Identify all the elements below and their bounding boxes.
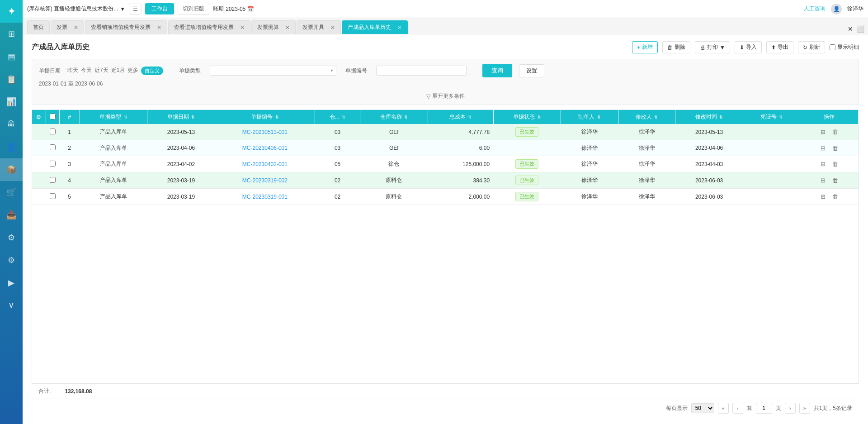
sidebar-item-payable[interactable]: ⚙	[0, 226, 23, 249]
col-warehouse-code[interactable]: 仓... ⇅	[315, 110, 360, 124]
old-version-button[interactable]: 切到旧版	[178, 3, 209, 15]
sidebar-item-settings[interactable]: ⚙	[0, 249, 23, 272]
calendar-icon[interactable]: 📅	[247, 6, 254, 12]
tab-home[interactable]: 首页	[27, 20, 50, 34]
sidebar-item-tax[interactable]: 📋	[0, 68, 23, 91]
col-warehouse-name[interactable]: 仓库名称 ⇅	[360, 110, 428, 124]
cell-number[interactable]: MC-20230319-001	[215, 189, 315, 205]
tab-invoice[interactable]: 发票 ✕	[51, 20, 84, 34]
assets-icon: 🏛	[7, 120, 15, 129]
delete-btn-4[interactable]: 🗑	[831, 192, 840, 201]
tab-check-sale[interactable]: 查看销项增值税专用发票 ✕	[85, 20, 167, 34]
app-logo[interactable]: ✦	[0, 0, 23, 23]
select-all-checkbox[interactable]	[50, 114, 56, 119]
user-name[interactable]: 徐泽华	[847, 5, 863, 13]
cell-modify-time: 2023-04-06	[675, 140, 743, 156]
tab-check-purchase-close[interactable]: ✕	[240, 24, 245, 31]
page-number-input[interactable]	[756, 403, 772, 414]
delete-btn-1[interactable]: 🗑	[831, 143, 840, 152]
edit-btn-4[interactable]: ⊞	[819, 192, 828, 201]
cell-number[interactable]: MC-20230513-001	[215, 124, 315, 140]
col-creator[interactable]: 制单人 ⇅	[561, 110, 618, 124]
edit-btn-1[interactable]: ⊞	[819, 143, 828, 152]
page-first-btn[interactable]: «	[718, 403, 729, 414]
date-custom[interactable]: 自定义	[141, 67, 163, 75]
show-detail-input[interactable]	[830, 44, 835, 50]
delete-btn-3[interactable]: 🗑	[831, 176, 840, 185]
date-1month[interactable]: 近1月	[111, 67, 125, 75]
refresh-button[interactable]: ↻ 刷新	[798, 41, 825, 53]
sidebar-item-media[interactable]: ▶	[0, 272, 23, 294]
tab-check-purchase[interactable]: 查看进项增值税专用发票 ✕	[168, 20, 250, 34]
cell-warehouse-code: 02	[315, 172, 360, 189]
delete-button[interactable]: 🗑 删除	[662, 41, 690, 53]
page-next-btn[interactable]: ›	[785, 403, 796, 414]
tab-product-history-close[interactable]: ✕	[397, 24, 402, 31]
page-size-select[interactable]: 50 20 100	[691, 403, 714, 413]
col-status[interactable]: 单据状态 ⇅	[493, 110, 561, 124]
row-checkbox-2[interactable]	[50, 161, 56, 167]
export-button[interactable]: ⬆ 导出	[766, 41, 793, 53]
col-modify-time[interactable]: 修改时间 ⇅	[675, 110, 743, 124]
tab-invoice-calc-close[interactable]: ✕	[285, 24, 290, 31]
row-checkbox-0[interactable]	[50, 129, 56, 134]
col-voucher[interactable]: 凭证号 ⇅	[743, 110, 800, 124]
row-checkbox-3[interactable]	[50, 177, 56, 183]
sidebar-item-receivable[interactable]: 📥	[0, 204, 23, 226]
expand-more-btn[interactable]: ▽ 展开更多条件	[39, 91, 852, 100]
edit-btn-3[interactable]: ⊞	[819, 176, 828, 185]
support-btn[interactable]: 人工咨询	[804, 5, 826, 13]
sidebar-item-version[interactable]: V	[0, 294, 23, 317]
import-button[interactable]: ⬇ 导入	[735, 41, 762, 53]
sidebar-item-home[interactable]: ⊞	[0, 23, 23, 45]
sidebar-item-inventory[interactable]: 📦	[0, 158, 23, 181]
new-button[interactable]: + 新增	[632, 41, 658, 53]
number-input[interactable]	[376, 66, 467, 76]
cell-number[interactable]: MC-20230406-001	[215, 140, 315, 156]
tab-close-all[interactable]: ✕	[848, 25, 853, 33]
col-date[interactable]: 单据日期 ⇅	[147, 110, 215, 124]
col-number[interactable]: 单据编号 ⇅	[215, 110, 315, 124]
sidebar-item-assets[interactable]: 🏛	[0, 113, 23, 136]
filter-settings-button[interactable]: 设置	[519, 64, 544, 77]
cell-number[interactable]: MC-20230319-002	[215, 172, 315, 189]
col-settings[interactable]: ⚙	[32, 110, 46, 124]
edit-btn-2[interactable]: ⊞	[819, 160, 828, 169]
cell-number[interactable]: MC-20230402-001	[215, 156, 315, 172]
company-dropdown-icon[interactable]: ▼	[120, 6, 125, 12]
date-7days[interactable]: 近7天	[94, 67, 108, 75]
query-button[interactable]: 查询	[482, 64, 512, 77]
type-select[interactable]	[210, 66, 336, 76]
col-type[interactable]: 单据类型 ⇅	[80, 110, 147, 124]
page-prev-btn[interactable]: ‹	[732, 403, 743, 414]
page-last-btn[interactable]: »	[799, 403, 810, 414]
tab-invoice-open[interactable]: 发票开具 ✕	[297, 20, 341, 34]
cell-settings	[32, 140, 46, 156]
print-button[interactable]: 🖨 打印 ▼	[695, 41, 730, 53]
row-checkbox-1[interactable]	[50, 144, 56, 150]
sidebar-item-purchase[interactable]: 🛒	[0, 181, 23, 204]
col-modifier[interactable]: 修改人 ⇅	[618, 110, 675, 124]
tab-invoice-open-close[interactable]: ✕	[330, 24, 335, 31]
date-more[interactable]: 更多	[127, 67, 138, 75]
delete-btn-2[interactable]: 🗑	[831, 160, 840, 169]
sidebar-item-report[interactable]: 📊	[0, 91, 23, 113]
row-checkbox-4[interactable]	[50, 193, 56, 199]
sidebar-item-voucher[interactable]: ▤	[0, 45, 23, 68]
sidebar-item-payroll[interactable]: 👤	[0, 136, 23, 158]
tab-check-sale-close[interactable]: ✕	[157, 24, 161, 31]
date-yesterday[interactable]: 昨天	[67, 67, 78, 75]
edit-btn-0[interactable]: ⊞	[819, 128, 828, 137]
workbench-button[interactable]: 工作台	[145, 3, 174, 14]
type-filter-label: 单据类型	[179, 67, 201, 75]
date-today[interactable]: 今天	[81, 67, 92, 75]
tab-invoice-calc[interactable]: 发票测算 ✕	[251, 20, 296, 34]
tab-product-history[interactable]: 产成品入库单历史 ✕	[342, 20, 408, 34]
show-detail-checkbox[interactable]: 显示明细	[830, 43, 859, 51]
col-total-cost[interactable]: 总成本 ⇅	[428, 110, 493, 124]
cell-type: 产品入库单	[80, 189, 147, 205]
delete-btn-0[interactable]: 🗑	[831, 128, 840, 137]
document-icon-btn[interactable]: ☰	[129, 4, 142, 14]
tab-fullscreen[interactable]: ⬜	[857, 25, 864, 33]
tab-invoice-close[interactable]: ✕	[74, 24, 78, 31]
